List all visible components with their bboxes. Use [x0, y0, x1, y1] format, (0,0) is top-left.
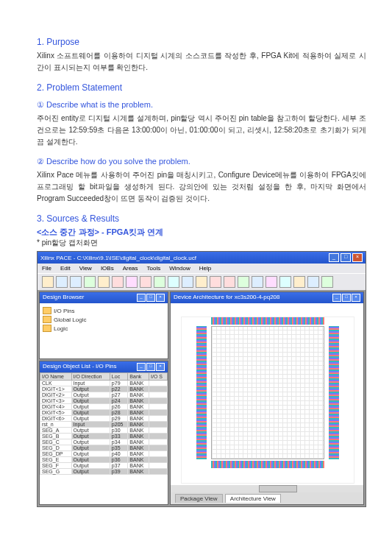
table-header-cell[interactable]: I/O Direction [71, 373, 110, 381]
toolbar-btn[interactable] [224, 276, 235, 288]
table-header-cell[interactable]: Loc [110, 373, 128, 381]
close-button[interactable]: × [352, 253, 363, 262]
table-row[interactable]: SEG_FOutputp37BANK [40, 463, 168, 469]
toolbar-btn[interactable] [210, 276, 221, 288]
toolbar-btn[interactable] [168, 276, 179, 288]
toolbar-btn[interactable] [252, 276, 263, 288]
toolbar-btn[interactable] [238, 276, 249, 288]
table-cell: BANK [128, 457, 149, 463]
toolbar-btn[interactable] [140, 276, 152, 288]
panel-min-icon[interactable]: _ [332, 294, 341, 302]
table-row[interactable]: CLKInputp79BANK [40, 381, 168, 386]
panel-max-icon[interactable]: □ [146, 294, 155, 302]
table-row[interactable]: DIGIT<5>Outputp28BANK [40, 410, 168, 416]
toolbar-btn[interactable] [126, 276, 138, 288]
panel-close-icon[interactable]: × [156, 294, 165, 302]
table-header-cell[interactable]: Bank [128, 373, 149, 381]
titlebar[interactable]: Xilinx PACE - C:\Xilinx\9.1\ISE\digital_… [38, 252, 366, 264]
table-row[interactable]: SEG_GOutputp39BANK [40, 469, 168, 475]
toolbar-btn[interactable] [196, 276, 207, 288]
toolbar-btn[interactable] [321, 276, 333, 288]
menu-iobs[interactable]: IOBs [101, 265, 114, 272]
table-cell [149, 416, 168, 422]
toolbar-btn[interactable] [154, 276, 165, 288]
toolbar-btn[interactable] [42, 276, 54, 288]
table-row[interactable]: SEG_AOutputp30BANK [40, 428, 168, 434]
toolbar-btn[interactable] [84, 276, 96, 288]
panel-min-icon[interactable]: _ [137, 363, 146, 371]
panel-close-icon[interactable]: × [156, 363, 165, 371]
table-row[interactable]: DIGIT<4>Outputp26BANK [40, 404, 168, 410]
table-cell [149, 451, 168, 457]
table-row[interactable]: DIGIT<2>Outputp27BANK [40, 392, 168, 398]
tree-item-iopins[interactable]: I/O Pins [43, 306, 165, 315]
toolbar-btn[interactable] [182, 276, 193, 288]
table-row[interactable]: SEG_BOutputp33BANK [40, 434, 168, 439]
toolbar-btn[interactable] [293, 276, 305, 288]
table-row[interactable]: rst_nInputp205BANK [40, 422, 168, 428]
table-cell: SEG_G [40, 469, 72, 475]
menubar: File Edit View IOBs Areas Tools Window H… [38, 264, 366, 273]
toolbar-btn[interactable] [98, 276, 110, 288]
table-row[interactable]: SEG_EOutputp36BANK [40, 457, 168, 463]
menu-view[interactable]: View [79, 265, 92, 272]
table-row[interactable]: DIGIT<6>Outputp29BANK [40, 416, 168, 422]
table-cell: DIGIT<1> [40, 386, 72, 392]
menu-areas[interactable]: Areas [123, 265, 138, 272]
toolbar-btn[interactable] [70, 276, 82, 288]
design-browser-tree[interactable]: I/O Pins Global Logic Logic [40, 303, 168, 358]
table-cell [149, 463, 168, 469]
table-row[interactable]: DIGIT<3>Outputp24BANK [40, 398, 168, 404]
table-cell: p40 [110, 451, 128, 457]
tree-item-global-logic[interactable]: Global Logic [43, 315, 165, 324]
toolbar-btn[interactable] [266, 276, 277, 288]
menu-tools[interactable]: Tools [147, 265, 161, 272]
table-cell: p33 [110, 434, 128, 439]
scrollbar-thumb[interactable] [259, 485, 297, 492]
pin-strip-left [196, 326, 207, 459]
design-object-list-title[interactable]: Design Object List - I/O Pins _ □ × [40, 361, 168, 372]
tab-architecture-view[interactable]: Architecture View [225, 494, 281, 503]
table-cell: BANK [128, 398, 149, 404]
table-cell [149, 410, 168, 416]
panel-max-icon[interactable]: □ [342, 294, 351, 302]
menu-edit[interactable]: Edit [60, 265, 71, 272]
table-cell: p30 [110, 428, 128, 434]
horizontal-scrollbar[interactable] [171, 485, 363, 492]
device-architecture-title[interactable]: Device Architecture for xc3s200-4-pq208 … [171, 292, 363, 303]
table-row[interactable]: SEG_DOutputp35BANK [40, 445, 168, 451]
table-cell: p205 [110, 422, 128, 428]
minimize-button[interactable]: _ [329, 253, 339, 262]
design-browser-title[interactable]: Design Browser _ □ × [40, 292, 168, 303]
table-row[interactable]: DIGIT<1>Outputp22BANK [40, 386, 168, 392]
menu-window[interactable]: Window [169, 265, 190, 272]
table-header-cell[interactable]: I/O Name [40, 373, 72, 381]
panel-max-icon[interactable]: □ [146, 363, 155, 371]
maximize-button[interactable]: □ [341, 253, 351, 262]
tab-package-view[interactable]: Package View [175, 494, 223, 503]
chip-diagram [181, 317, 354, 484]
tree-item-logic[interactable]: Logic [43, 324, 165, 333]
panel-min-icon[interactable]: _ [137, 294, 146, 302]
table-row[interactable]: SEG_DPOutputp40BANK [40, 451, 168, 457]
menu-file[interactable]: File [42, 265, 51, 272]
table-cell: DIGIT<3> [40, 398, 72, 404]
left-column: Design Browser _ □ × I/O Pins Global Log… [39, 291, 168, 505]
table-header-row: I/O NameI/O DirectionLocBankI/O S [40, 373, 168, 381]
table-header-cell[interactable]: I/O S [149, 373, 168, 381]
table-cell: BANK [128, 445, 149, 451]
menu-help[interactable]: Help [199, 265, 211, 272]
toolbar-btn[interactable] [112, 276, 124, 288]
device-view[interactable] [171, 303, 363, 485]
toolbar-btn[interactable] [279, 276, 291, 288]
folder-icon [43, 325, 51, 332]
panel-close-icon[interactable]: × [352, 294, 360, 302]
toolbar-btn[interactable] [307, 276, 319, 288]
io-pins-table[interactable]: I/O NameI/O DirectionLocBankI/O S CLKInp… [40, 372, 168, 475]
table-cell: SEG_D [40, 445, 72, 451]
table-cell: Input [71, 381, 110, 386]
table-cell: Output [71, 469, 110, 475]
table-row[interactable]: SEG_COutputp34BANK [40, 439, 168, 445]
design-browser-panel: Design Browser _ □ × I/O Pins Global Log… [39, 291, 168, 359]
toolbar-btn[interactable] [56, 276, 68, 288]
